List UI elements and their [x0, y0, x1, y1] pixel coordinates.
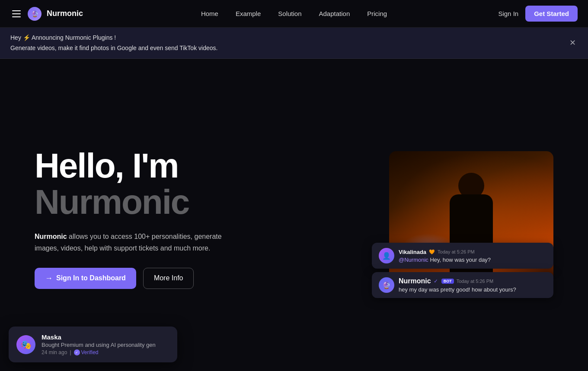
more-info-button[interactable]: More Info: [143, 268, 194, 289]
hero-right: 👤 Vikalinada 🧡 Today at 5:26 PM @Nurmoni…: [277, 151, 553, 285]
bot-name: Nurmonic: [399, 277, 431, 285]
hero-buttons: → Sign In to Dashboard More Info: [35, 268, 277, 289]
notif-time: 24 min ago: [42, 349, 67, 355]
hero-title-line1: Hello, I'm: [35, 148, 277, 184]
announcement-line2: Generate videos, make it find photos in …: [10, 43, 217, 53]
nav-link-adaptation[interactable]: Adaptation: [319, 10, 350, 17]
notification-card: 🎭 Maska Bought Premium and using AI pers…: [9, 327, 177, 362]
hero-brand: Nurmonic: [35, 233, 67, 240]
verified-text: Verified: [81, 349, 99, 355]
logo-text: Nurmonic: [47, 9, 83, 18]
bot-badge: BOT: [441, 279, 454, 284]
announcement-text: Hey ⚡ Announcing Nurmonic Plugins ! Gene…: [10, 33, 217, 53]
signin-dashboard-button[interactable]: → Sign In to Dashboard: [35, 268, 136, 289]
verified-dot-icon: ✓: [74, 349, 80, 355]
notif-separator: |: [70, 349, 71, 355]
nav-link-pricing[interactable]: Pricing: [367, 10, 387, 17]
navbar: 🔮 Nurmonic Home Example Solution Adaptat…: [0, 0, 588, 28]
bot-chat-header: Nurmonic ✓ BOT Today at 5:26 PM: [399, 277, 546, 285]
notif-description: Bought Premium and using AI personality …: [42, 342, 169, 348]
user-chat-header: Vikalinada 🧡 Today at 5:26 PM: [399, 249, 546, 255]
hero-description: Nurmonic allows you to access 100+ perso…: [35, 231, 233, 254]
chat-overlay: 👤 Vikalinada 🧡 Today at 5:26 PM @Nurmoni…: [372, 243, 553, 298]
verified-badge: ✓ Verified: [74, 349, 99, 355]
sign-in-link[interactable]: Sign In: [498, 10, 518, 17]
nav-link-example[interactable]: Example: [236, 10, 261, 17]
heart-icon: 🧡: [429, 249, 435, 255]
user-chat-bubble: 👤 Vikalinada 🧡 Today at 5:26 PM @Nurmoni…: [372, 243, 553, 269]
bot-chat-bubble: 🔮 Nurmonic ✓ BOT Today at 5:26 PM hey my…: [372, 272, 553, 298]
user-avatar: 👤: [379, 248, 394, 263]
get-started-button[interactable]: Get Started: [525, 6, 578, 22]
user-chat-time: Today at 5:26 PM: [438, 249, 475, 254]
notif-avatar: 🎭: [16, 335, 35, 354]
hero-image-container: 👤 Vikalinada 🧡 Today at 5:26 PM @Nurmoni…: [389, 151, 553, 285]
announcement-banner: Hey ⚡ Announcing Nurmonic Plugins ! Gene…: [0, 28, 588, 59]
nav-right: Sign In Get Started: [498, 6, 578, 22]
user-chat-content: Vikalinada 🧡 Today at 5:26 PM @Nurmonic …: [399, 249, 546, 263]
verified-check-icon: ✓: [434, 278, 438, 284]
bot-chat-time: Today at 5:26 PM: [457, 279, 494, 284]
nav-link-solution[interactable]: Solution: [278, 10, 301, 17]
bot-avatar: 🔮: [379, 277, 394, 293]
nav-links: Home Example Solution Adaptation Pricing: [201, 10, 387, 17]
nav-link-home[interactable]: Home: [201, 10, 218, 17]
notif-name: Maska: [42, 333, 169, 341]
user-chat-message: @Nurmonic Hey, how was your day?: [399, 257, 546, 263]
bot-chat-content: Nurmonic ✓ BOT Today at 5:26 PM hey my d…: [399, 277, 546, 293]
hamburger-menu[interactable]: [10, 9, 22, 19]
chat-mention: @Nurmonic: [399, 257, 428, 263]
bot-chat-message: hey my day was pretty good! how about yo…: [399, 286, 546, 293]
hero-title: Hello, I'm Nurmonic: [35, 148, 277, 220]
close-banner-button[interactable]: ✕: [568, 37, 578, 48]
chat-username: Vikalinada: [399, 249, 426, 255]
signin-arrow-icon: →: [45, 274, 53, 283]
announcement-line1: Hey ⚡ Announcing Nurmonic Plugins !: [10, 33, 217, 42]
chat-text: Hey, how was your day?: [428, 257, 491, 263]
hero-left: Hello, I'm Nurmonic Nurmonic allows you …: [35, 148, 277, 289]
notif-meta: 24 min ago | ✓ Verified: [42, 349, 169, 355]
notif-content: Maska Bought Premium and using AI person…: [42, 333, 169, 355]
hero-title-line2: Nurmonic: [35, 184, 277, 220]
signin-dashboard-label: Sign In to Dashboard: [56, 274, 126, 282]
hero-section: Hello, I'm Nurmonic Nurmonic allows you …: [0, 59, 588, 371]
logo-icon: 🔮: [28, 7, 42, 21]
notif-emoji: 🎭: [21, 339, 32, 350]
